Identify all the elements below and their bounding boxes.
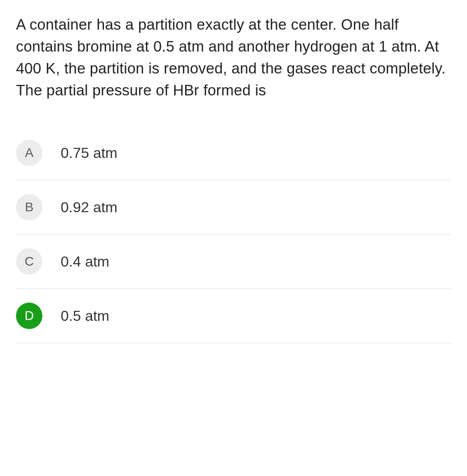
option-letter-c: C — [16, 248, 42, 275]
option-text-b: 0.92 atm — [61, 199, 118, 216]
question-text: A container has a partition exactly at t… — [16, 14, 451, 101]
option-text-d: 0.5 atm — [61, 308, 109, 324]
option-letter-b: B — [16, 194, 42, 220]
option-text-a: 0.75 atm — [61, 145, 118, 162]
option-text-c: 0.4 atm — [61, 253, 109, 270]
options-list: A 0.75 atm B 0.92 atm C 0.4 atm D 0.5 at… — [16, 126, 451, 343]
option-c[interactable]: C 0.4 atm — [16, 235, 451, 289]
option-b[interactable]: B 0.92 atm — [16, 180, 451, 235]
option-letter-a: A — [16, 140, 42, 166]
option-a[interactable]: A 0.75 atm — [16, 126, 451, 180]
option-d[interactable]: D 0.5 atm — [16, 289, 451, 343]
option-letter-d: D — [16, 303, 42, 329]
